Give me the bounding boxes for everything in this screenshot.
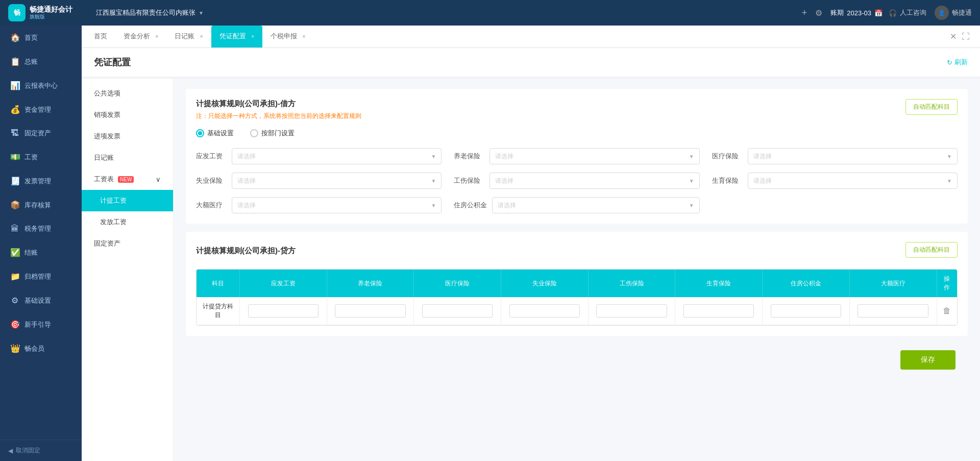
credit-unemployment-input[interactable]	[509, 304, 580, 318]
close-tab-voucher[interactable]: ×	[251, 33, 254, 39]
left-nav-fixed-assets-nav[interactable]: 固定资产	[82, 233, 173, 254]
close-window-icon[interactable]: ✕	[950, 32, 957, 41]
sidebar-item-tax[interactable]: 🏛 税务管理	[0, 217, 82, 240]
credit-maternity-input[interactable]	[683, 304, 754, 318]
maximize-icon[interactable]: ⛶	[962, 32, 970, 41]
td-wage-val[interactable]	[239, 297, 327, 325]
credit-big-medical-input[interactable]	[857, 304, 928, 318]
calendar-icon[interactable]: 📅	[874, 9, 883, 17]
funds-icon: 💰	[10, 105, 19, 114]
left-nav-public[interactable]: 公共选项	[82, 83, 173, 104]
housing-label: 住房公积金	[454, 201, 487, 210]
auto-match-debit-button[interactable]: 自动匹配科目	[905, 99, 958, 115]
credit-table-wrap: 科目 应发工资 养老保险 医疗保险 失业保险 工伤保险 生育保险 住房公积金 大…	[196, 269, 958, 326]
close-tab-journal[interactable]: ×	[200, 33, 203, 39]
medical-select[interactable]: 请选择 ▼	[748, 148, 958, 164]
form-row-big-medical: 大额医疗 请选择 ▼	[196, 197, 442, 213]
add-tab-button[interactable]: +	[802, 8, 807, 18]
form-row-unemployment: 失业保险 请选择 ▼	[196, 173, 442, 189]
close-tab-tax[interactable]: ×	[302, 33, 305, 39]
sidebar-item-funds[interactable]: 💰 资金管理	[0, 98, 82, 122]
main-layout: 🏠 首页 📋 总账 📊 云报表中心 💰 资金管理 🏗 固定资产 💵 工资 🧾 发…	[0, 26, 980, 461]
credit-medical-input[interactable]	[422, 304, 493, 318]
sidebar-item-guide[interactable]: 🎯 新手引导	[0, 312, 82, 336]
tab-tax[interactable]: 个税申报 ×	[262, 26, 313, 47]
chevron-down-icon: ∨	[156, 176, 161, 183]
left-nav-pay-salary[interactable]: 发放工资	[82, 211, 173, 233]
sidebar-item-archive[interactable]: 📁 归档管理	[0, 264, 82, 288]
left-nav-accrued-salary[interactable]: 计提工资	[82, 190, 173, 211]
tab-bar-actions: ✕ ⛶	[944, 26, 976, 47]
table-header-row: 科目 应发工资 养老保险 医疗保险 失业保险 工伤保险 生育保险 住房公积金 大…	[197, 270, 957, 297]
form-row-medical: 医疗保险 请选择 ▼	[712, 148, 958, 164]
unemployment-select[interactable]: 请选择 ▼	[232, 173, 442, 189]
housing-select[interactable]: 请选择 ▼	[492, 197, 699, 213]
tab-funds[interactable]: 资金分析 ×	[115, 26, 166, 47]
company-selector[interactable]: 江西服宝精品有限责任公司内账张 ▼	[96, 8, 796, 17]
auto-match-credit-button[interactable]: 自动匹配科目	[905, 242, 958, 258]
top-right: 🎧 人工咨询 👤 畅捷通	[889, 6, 972, 20]
salary-icon: 💵	[10, 152, 19, 162]
th-big-medical: 大额医疗	[849, 270, 937, 297]
user-avatar-area[interactable]: 👤 畅捷通	[935, 6, 972, 20]
pension-label: 养老保险	[454, 152, 484, 161]
injury-dropdown-icon: ▼	[689, 178, 694, 184]
td-big-medical-val[interactable]	[849, 297, 937, 325]
form-row-wage: 应发工资 请选择 ▼	[196, 148, 442, 164]
refresh-button[interactable]: ↻ 刷新	[947, 58, 968, 67]
td-medical-val[interactable]	[414, 297, 501, 325]
credit-housing-input[interactable]	[771, 304, 841, 318]
td-action[interactable]: 🗑	[937, 297, 957, 325]
settings-icon[interactable]: ⚙	[815, 8, 822, 18]
credit-pension-input[interactable]	[335, 304, 405, 318]
sidebar-item-member[interactable]: 👑 畅会员	[0, 336, 82, 360]
service-button[interactable]: 🎧 人工咨询	[889, 8, 926, 17]
sidebar-item-close[interactable]: ✅ 结账	[0, 240, 82, 264]
pension-dropdown-icon: ▼	[689, 154, 694, 159]
left-nav-sales-invoice[interactable]: 销项发票	[82, 104, 173, 126]
main-panel: 计提核算规则(公司承担)-借方 注：只能选择一种方式，系统将按照您当前的选择来配…	[174, 79, 980, 461]
tab-journal[interactable]: 日记账 ×	[166, 26, 211, 47]
logo-icon: 畅	[8, 4, 26, 21]
td-maternity-val[interactable]	[675, 297, 763, 325]
tab-home[interactable]: 首页	[86, 26, 115, 47]
save-button[interactable]: 保存	[900, 350, 955, 370]
th-wage: 应发工资	[239, 270, 327, 297]
credit-wage-input[interactable]	[248, 304, 318, 318]
credit-injury-input[interactable]	[596, 304, 667, 318]
td-unemployment-val[interactable]	[501, 297, 588, 325]
left-nav-purchase-invoice[interactable]: 进项发票	[82, 126, 173, 147]
sidebar-item-ledger[interactable]: 📋 总账	[0, 50, 82, 74]
sidebar-item-home[interactable]: 🏠 首页	[0, 26, 82, 50]
close-tab-funds[interactable]: ×	[155, 33, 158, 39]
wage-label: 应发工资	[196, 152, 227, 161]
cancel-fixed-button[interactable]: ◀ 取消固定	[0, 440, 82, 461]
maternity-select[interactable]: 请选择 ▼	[748, 173, 958, 189]
td-injury-val[interactable]	[588, 297, 675, 325]
archive-icon: 📁	[10, 272, 19, 281]
avatar: 👤	[935, 6, 949, 20]
debit-form: 应发工资 请选择 ▼ 养老保险 请选择 ▼	[196, 148, 958, 213]
pension-select[interactable]: 请选择 ▼	[489, 148, 699, 164]
sub-layout: 公共选项 销项发票 进项发票 日记账 工资表 NEW ∨	[82, 79, 980, 461]
sidebar-item-inventory[interactable]: 📦 库存核算	[0, 193, 82, 217]
top-bar: 畅 畅捷通好会计 旗舰版 江西服宝精品有限责任公司内账张 ▼ + ⚙ 账期 20…	[0, 0, 980, 26]
left-nav-journal[interactable]: 日记账	[82, 147, 173, 168]
injury-label: 工伤保险	[454, 176, 484, 185]
radio-basic[interactable]: 基础设置	[196, 129, 234, 138]
top-actions: + ⚙ 账期 2023-03 📅	[802, 8, 883, 18]
top-company: 江西服宝精品有限责任公司内账张 ▼	[96, 8, 796, 17]
left-nav-salary-table[interactable]: 工资表 NEW ∨	[82, 168, 173, 190]
tab-voucher-config[interactable]: 凭证配置 ×	[211, 26, 262, 47]
sidebar-item-reports[interactable]: 📊 云报表中心	[0, 74, 82, 98]
td-pension-val[interactable]	[327, 297, 414, 325]
td-housing-val[interactable]	[763, 297, 850, 325]
sidebar-item-fixed-assets[interactable]: 🏗 固定资产	[0, 122, 82, 145]
injury-select[interactable]: 请选择 ▼	[489, 173, 699, 189]
wage-select[interactable]: 请选择 ▼	[232, 148, 442, 164]
big-medical-select[interactable]: 请选择 ▼	[232, 197, 442, 213]
sidebar-item-salary[interactable]: 💵 工资	[0, 145, 82, 169]
sidebar-item-invoice[interactable]: 🧾 发票管理	[0, 169, 82, 193]
radio-department[interactable]: 按部门设置	[250, 129, 295, 138]
sidebar-item-settings[interactable]: ⚙ 基础设置	[0, 288, 82, 312]
